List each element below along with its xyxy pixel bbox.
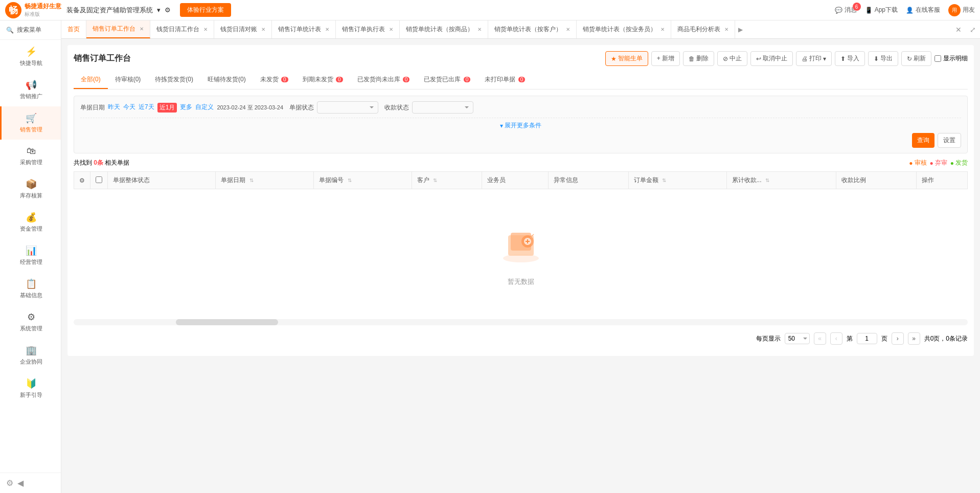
sidebar-item-operations[interactable]: 📊 经营管理 <box>0 239 61 272</box>
delete-button[interactable]: 🗑 删除 <box>683 51 714 66</box>
system-title-text: 装备及固定资产辅助管理系统 <box>66 6 153 15</box>
date-more[interactable]: 更多 <box>180 103 192 113</box>
tab-cash-daily[interactable]: 钱货日清工作台 ✕ <box>150 20 214 38</box>
tab-cash-reconcile[interactable]: 钱货日清对账 ✕ <box>214 20 272 38</box>
print-button[interactable]: 🖨 打印 ▾ <box>796 51 832 66</box>
sidebar-item-sales[interactable]: 🛒 销售管理 <box>0 106 61 140</box>
tab-sales-summary-product[interactable]: 销货单统计表（按商品） ✕ <box>400 20 488 38</box>
show-detail-checkbox[interactable] <box>935 55 941 62</box>
tab-sales-summary-product-close[interactable]: ✕ <box>477 27 482 32</box>
customer-sort-icon[interactable]: ⇅ <box>433 177 437 183</box>
tab-home[interactable]: 首页 <box>61 20 86 38</box>
sidebar-item-inventory[interactable]: 📦 库存核算 <box>0 172 61 206</box>
prev-page-button[interactable]: ‹ <box>830 332 842 345</box>
cancel-stop-icon: ↩ <box>756 55 761 62</box>
filter-tab-not-printed[interactable]: 未打印单据 0 <box>477 71 532 89</box>
message-button[interactable]: 💬 消息 6 <box>835 6 857 14</box>
tab-nav-right[interactable]: ▶ <box>735 20 746 38</box>
smart-create-button[interactable]: ★ 智能生单 <box>605 51 648 66</box>
date-7days[interactable]: 近7天 <box>139 103 154 113</box>
sidebar-item-finance[interactable]: 💰 资金管理 <box>0 206 61 239</box>
filter-tab-overdue[interactable]: 到期未发货 0 <box>295 71 350 89</box>
last-page-button[interactable]: » <box>908 332 920 345</box>
audit-button[interactable]: ● 审核 <box>909 159 926 167</box>
settings-icon[interactable]: ⚙ <box>165 6 171 14</box>
tab-sales-stats[interactable]: 销售订单统计表 ✕ <box>272 20 336 38</box>
date-1month[interactable]: 近1月 <box>157 103 177 113</box>
filter-tab-pick[interactable]: 待拣货发货(0) <box>148 71 200 89</box>
ship-button[interactable]: ● 发货 <box>950 159 968 167</box>
next-page-button[interactable]: › <box>892 332 904 345</box>
stop-button[interactable]: ⊘ 中止 <box>717 51 747 66</box>
tab-sales-summary-staff-close[interactable]: ✕ <box>660 27 665 32</box>
number-sort-icon[interactable]: ⇅ <box>348 177 352 183</box>
tab-sales-exec-close[interactable]: ✕ <box>389 27 393 32</box>
app-download-button[interactable]: 📱 App下载 <box>865 6 898 14</box>
operations-icon: 📊 <box>26 245 37 256</box>
tab-maximize-button[interactable]: ⤢ <box>966 20 980 39</box>
online-service-button[interactable]: 👤 在线客服 <box>906 6 940 14</box>
current-page-input[interactable] <box>857 333 877 344</box>
tab-cash-daily-close[interactable]: ✕ <box>203 27 208 32</box>
date-custom[interactable]: 自定义 <box>195 103 214 113</box>
date-today[interactable]: 今天 <box>123 103 135 113</box>
expand-filters-button[interactable]: ▾ 展开更多条件 <box>500 121 541 130</box>
filter-tab-pending[interactable]: 待审核(0) <box>108 71 148 89</box>
import-button[interactable]: ⬆ 导入 <box>835 51 865 66</box>
sidebar-search[interactable]: 🔍 搜索菜单 <box>0 20 61 40</box>
trial-button[interactable]: 体验行业方案 <box>180 3 231 17</box>
cancel-audit-button[interactable]: ● 弃审 <box>930 159 947 167</box>
sidebar-item-basic[interactable]: 📋 基础信息 <box>0 272 61 305</box>
user-button[interactable]: 用 用友 <box>948 4 975 16</box>
amount-sort-icon[interactable]: ⇅ <box>662 177 666 183</box>
sidebar-item-purchase[interactable]: 🛍 采购管理 <box>0 140 61 172</box>
column-settings-icon[interactable]: ⚙ <box>79 177 85 184</box>
settings-filter-button[interactable]: 设置 <box>938 133 961 148</box>
tab-sales-summary-staff[interactable]: 销货单统计表（按业务员） ✕ <box>577 20 671 38</box>
show-detail-toggle[interactable]: 显示明细 <box>935 54 968 63</box>
date-yesterday[interactable]: 昨天 <box>108 103 120 113</box>
tab-sales-summary-staff-label: 销货单统计表（按业务员） <box>583 25 656 34</box>
tab-gross-margin-close[interactable]: ✕ <box>724 27 728 32</box>
status-filter-select[interactable] <box>317 101 378 114</box>
filter-tab-shipped-out[interactable]: 已发货已出库 0 <box>417 71 477 89</box>
tab-sales-exec[interactable]: 销售订单执行表 ✕ <box>336 20 400 38</box>
filter-tab-not-shipped[interactable]: 未发货 0 <box>253 71 295 89</box>
query-button[interactable]: 查询 <box>912 133 935 148</box>
tab-sales-stats-close[interactable]: ✕ <box>325 27 329 32</box>
tab-sales-workbench-close[interactable]: ✕ <box>140 26 144 32</box>
sidebar-item-system[interactable]: ⚙ 系统管理 <box>0 305 61 339</box>
tab-gross-margin[interactable]: 商品毛利分析表 ✕ <box>671 20 735 38</box>
col-abnormal: 异常信息 <box>548 172 628 189</box>
tab-close-all-button[interactable]: ✕ <box>951 20 966 39</box>
payment-filter-select[interactable] <box>412 101 473 114</box>
stop-icon: ⊘ <box>723 55 728 62</box>
filter-tab-all[interactable]: 全部(0) <box>74 71 108 89</box>
date-sort-icon[interactable]: ⇅ <box>249 177 254 183</box>
export-button[interactable]: ⬇ 导出 <box>868 51 898 66</box>
sidebar-item-marketing[interactable]: 📢 营销推广 <box>0 73 61 106</box>
tab-sales-summary-customer[interactable]: 销货单统计表（按客户） ✕ <box>488 20 577 38</box>
sidebar-item-quick-nav[interactable]: ⚡ 快捷导航 <box>0 40 61 73</box>
tab-sales-summary-customer-close[interactable]: ✕ <box>566 27 570 32</box>
select-all-checkbox[interactable] <box>96 176 102 183</box>
data-table: ⚙ 单据整体状态 单据日期 ⇅ <box>74 171 968 317</box>
collapse-icon[interactable]: ◀ <box>17 478 24 488</box>
new-button[interactable]: + 新增 <box>651 51 680 66</box>
tab-sales-workbench[interactable]: 销售订单工作台 ✕ <box>86 20 150 38</box>
cancel-stop-button[interactable]: ↩ 取消中止 <box>750 51 793 66</box>
first-page-button[interactable]: « <box>814 332 826 345</box>
title-dropdown-icon[interactable]: ▾ <box>157 6 161 14</box>
col-settings: ⚙ <box>74 172 90 189</box>
header-right: 💬 消息 6 📱 App下载 👤 在线客服 用 用友 <box>835 4 975 16</box>
sidebar-item-corp[interactable]: 🏢 企业协同 <box>0 339 61 372</box>
filter-tab-shipped-not-out[interactable]: 已发货尚未出库 0 <box>350 71 417 89</box>
sidebar-item-guide[interactable]: 🔰 新手引导 <box>0 372 61 405</box>
tab-cash-reconcile-close[interactable]: ✕ <box>261 27 265 32</box>
settings-bottom-icon[interactable]: ⚙ <box>6 478 13 488</box>
horizontal-scrollbar[interactable] <box>74 319 968 325</box>
received-sort-icon[interactable]: ⇅ <box>765 177 769 183</box>
page-size-select[interactable]: 50 10 20 100 <box>785 333 810 344</box>
filter-tab-wangpu[interactable]: 旺铺待发货(0) <box>200 71 253 89</box>
refresh-button[interactable]: ↻ 刷新 <box>901 51 931 66</box>
